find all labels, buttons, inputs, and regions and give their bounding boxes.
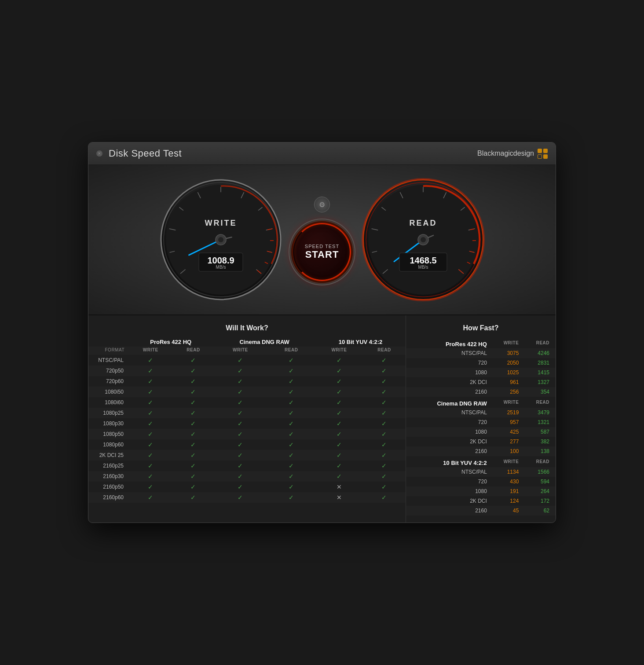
gauges-section: 1008.9 MB/s WRITE ⚙ SPEED TEST START [88, 165, 556, 314]
check-cell: ✓ [315, 429, 363, 439]
check-cell: ✓ [173, 408, 213, 418]
check-cell: ✓ [128, 492, 173, 503]
check-cell: ✓ [213, 387, 267, 397]
speed-data-row: 2160100138 [406, 446, 556, 456]
start-btn-label: SPEED TEST [305, 244, 339, 249]
brand-dot-2 [543, 149, 548, 153]
speed-write-value: 277 [491, 437, 525, 446]
close-button[interactable]: ✕ [96, 150, 102, 157]
check-cell: ✓ [173, 418, 213, 429]
check-cell: ✓ [363, 365, 406, 376]
speed-write-value: 1025 [491, 368, 525, 377]
speed-read-value: 62 [525, 506, 556, 515]
check-cell: ✓ [173, 492, 213, 503]
compatibility-table: ProRes 422 HQ Cinema DNG RAW 10 Bit YUV … [88, 337, 406, 503]
format-row-label: 1080p25 [88, 408, 128, 418]
speed-write-value: 430 [491, 477, 525, 486]
check-cell: ✓ [315, 387, 363, 397]
speed-read-value: 3479 [525, 408, 556, 417]
speed-write-value: 1134 [491, 467, 525, 477]
speed-read-value: 594 [525, 477, 556, 486]
svg-text:1468.5: 1468.5 [410, 256, 436, 265]
check-cell: ✓ [213, 365, 267, 376]
check-cell: ✓ [267, 492, 315, 503]
speed-row-label: 2K DCI [406, 496, 491, 506]
format-row-label: 2K DCI 25 [88, 450, 128, 460]
svg-text:WRITE: WRITE [205, 219, 237, 227]
left-section-title: Will It Work? [88, 322, 406, 337]
check-cell: ✓ [315, 397, 363, 408]
check-cell: ✓ [267, 365, 315, 376]
speed-write-col-header: WRITE [491, 397, 525, 408]
tables-section: Will It Work? ProRes 422 HQ Cinema DNG R… [88, 314, 556, 522]
check-cell: ✓ [267, 376, 315, 387]
cross-cell: ✕ [315, 482, 363, 492]
format-row-label: 1080p60 [88, 439, 128, 450]
title-bar: ✕ Disk Speed Test Blackmagicdesign [88, 142, 556, 165]
check-cell: ✓ [315, 471, 363, 482]
right-section-title: How Fast? [406, 322, 556, 337]
format-row-label: 1080p30 [88, 418, 128, 429]
check-cell: ✓ [128, 397, 173, 408]
cinema-write-header: WRITE [213, 347, 267, 355]
speed-group-name: Cinema DNG RAW [406, 397, 491, 408]
speed-read-col-header: READ [525, 397, 556, 408]
speed-write-value: 2050 [491, 358, 525, 368]
check-cell: ✓ [213, 492, 267, 503]
speed-group-header-row: 10 Bit YUV 4:2:2WRITEREAD [406, 456, 556, 467]
check-cell: ✓ [173, 439, 213, 450]
format-row-label: 1080i60 [88, 397, 128, 408]
settings-gear[interactable]: ⚙ [314, 197, 330, 212]
table-row: 1080p50✓✓✓✓✓✓ [88, 429, 406, 439]
speed-read-value: 587 [525, 427, 556, 437]
speed-write-value: 124 [491, 496, 525, 506]
check-cell: ✓ [173, 450, 213, 460]
check-cell: ✓ [213, 439, 267, 450]
brand-name: Blackmagicdesign [477, 150, 534, 157]
speed-row-label: 720 [406, 477, 491, 486]
check-cell: ✓ [173, 471, 213, 482]
speed-write-value: 191 [491, 486, 525, 496]
check-cell: ✓ [128, 460, 173, 471]
check-cell: ✓ [267, 471, 315, 482]
check-cell: ✓ [363, 408, 406, 418]
check-cell: ✓ [173, 460, 213, 471]
read-gauge-container: 1468.5 MB/s READ [362, 178, 485, 301]
check-cell: ✓ [315, 450, 363, 460]
brand-dot-1 [538, 149, 542, 153]
check-cell: ✓ [267, 397, 315, 408]
format-row-label: 1080p50 [88, 429, 128, 439]
speed-data-row: 2K DCI124172 [406, 496, 556, 506]
format-row-label: NTSC/PAL [88, 355, 128, 365]
check-cell: ✓ [315, 365, 363, 376]
cross-cell: ✕ [315, 492, 363, 503]
check-cell: ✓ [267, 387, 315, 397]
check-cell: ✓ [363, 482, 406, 492]
start-button[interactable]: SPEED TEST START [291, 221, 353, 283]
brand-dot-4 [543, 154, 548, 159]
speed-read-value: 1327 [525, 377, 556, 387]
speed-data-row: 108010251415 [406, 368, 556, 377]
check-cell: ✓ [128, 439, 173, 450]
check-cell: ✓ [267, 429, 315, 439]
col-header-cinema: Cinema DNG RAW [213, 337, 315, 347]
check-cell: ✓ [267, 408, 315, 418]
brand: Blackmagicdesign [477, 149, 548, 159]
check-cell: ✓ [363, 439, 406, 450]
check-cell: ✓ [213, 450, 267, 460]
speed-read-value: 354 [525, 387, 556, 397]
check-cell: ✓ [128, 387, 173, 397]
speed-data-row: 720430594 [406, 477, 556, 486]
speed-data-row: 1080425587 [406, 427, 556, 437]
speed-read-value: 138 [525, 446, 556, 456]
check-cell: ✓ [213, 418, 267, 429]
check-cell: ✓ [213, 460, 267, 471]
right-table: How Fast? ProRes 422 HQWRITEREADNTSC/PAL… [406, 315, 556, 522]
speed-write-value: 961 [491, 377, 525, 387]
yuv-read-header: READ [363, 347, 406, 355]
speed-read-value: 1415 [525, 368, 556, 377]
speed-read-col-header: READ [525, 456, 556, 467]
table-row: 720p60✓✓✓✓✓✓ [88, 376, 406, 387]
format-label: FORMAT [88, 347, 128, 355]
check-cell: ✓ [363, 471, 406, 482]
